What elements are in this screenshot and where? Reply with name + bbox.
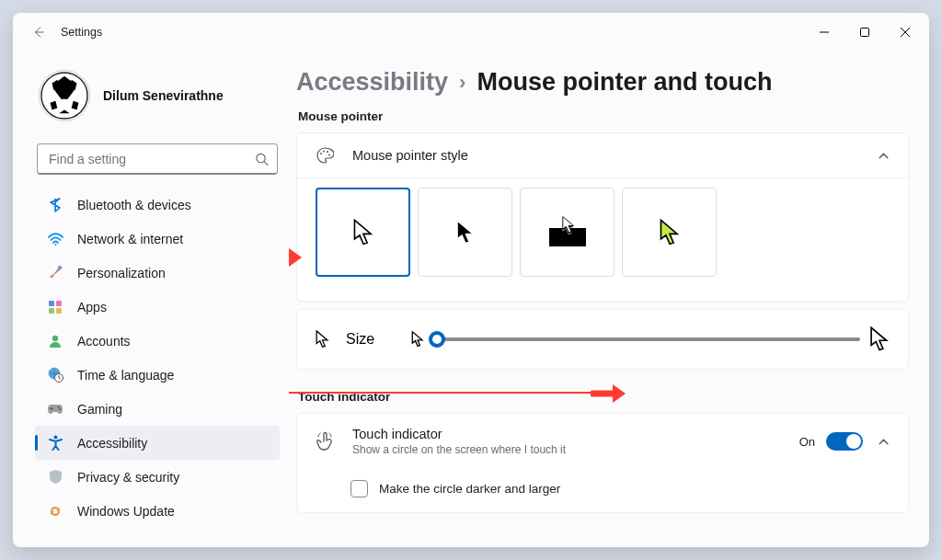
profile-name: Dilum Senevirathne [103, 88, 224, 103]
maximize-button[interactable] [844, 17, 885, 47]
sidebar-item-label: Bluetooth & devices [77, 198, 191, 212]
close-button[interactable] [885, 17, 925, 47]
avatar [39, 70, 90, 121]
cursor-min-icon [411, 331, 424, 348]
sidebar-item-privacy[interactable]: Privacy & security [35, 460, 280, 494]
pointer-style-white[interactable] [316, 188, 410, 277]
sidebar-item-update[interactable]: Windows Update [35, 494, 280, 528]
nav: Bluetooth & devices Network & internet P… [35, 188, 280, 547]
darker-larger-checkbox[interactable] [350, 480, 368, 497]
svg-point-8 [54, 244, 56, 246]
minimize-button[interactable] [804, 17, 844, 47]
update-icon [46, 502, 64, 520]
titlebar: Settings [13, 13, 929, 51]
bluetooth-icon [46, 196, 64, 214]
cursor-max-icon [869, 326, 890, 352]
sidebar-item-label: Privacy & security [77, 470, 179, 485]
svg-rect-0 [861, 29, 869, 37]
pointer-style-header[interactable]: Mouse pointer style [297, 133, 908, 177]
cursor-small-icon [316, 330, 329, 349]
touch-indicator-card: Touch indicator Show a circle on the scr… [296, 413, 909, 513]
touch-indicator-row[interactable]: Touch indicator Show a circle on the scr… [297, 414, 908, 469]
pointer-style-card: Mouse pointer style [296, 132, 909, 302]
sidebar-item-gaming[interactable]: Gaming [35, 392, 280, 426]
svg-rect-11 [56, 301, 62, 306]
gamepad-icon [46, 400, 64, 418]
breadcrumb: Accessibility › Mouse pointer and touch [296, 68, 909, 97]
sidebar-item-label: Gaming [77, 402, 122, 417]
chevron-right-icon: › [459, 71, 465, 95]
checkbox-label: Make the circle darker and larger [379, 482, 560, 496]
size-label: Size [346, 331, 374, 348]
svg-rect-10 [49, 301, 54, 306]
search-icon [255, 153, 269, 166]
sidebar: Dilum Senevirathne Bluetooth & devices N… [13, 51, 289, 547]
settings-window: Settings Dilum Senevirat [13, 13, 929, 547]
sidebar-item-time[interactable]: Time & language [35, 358, 280, 392]
touch-toggle[interactable] [826, 432, 863, 451]
back-button[interactable] [24, 17, 53, 47]
sidebar-item-accounts[interactable]: Accounts [35, 324, 280, 358]
section-touch-indicator: Touch indicator [298, 390, 909, 404]
section-mouse-pointer: Mouse pointer [298, 109, 909, 123]
breadcrumb-current: Mouse pointer and touch [477, 68, 772, 97]
accessibility-icon [46, 434, 64, 452]
sidebar-item-label: Accessibility [77, 436, 147, 451]
paintbrush-icon [46, 264, 64, 282]
search-input[interactable] [37, 143, 278, 175]
touch-checkbox-row[interactable]: Make the circle darker and larger [297, 469, 908, 512]
svg-point-17 [58, 406, 60, 408]
sidebar-item-accessibility[interactable]: Accessibility [35, 426, 280, 460]
shield-icon [46, 468, 64, 486]
touch-title: Touch indicator [352, 427, 566, 441]
svg-rect-12 [49, 308, 54, 314]
pointer-style-title: Mouse pointer style [352, 148, 468, 163]
size-slider-group [411, 326, 890, 352]
slider-thumb[interactable] [429, 331, 445, 348]
profile[interactable]: Dilum Senevirathne [35, 63, 280, 136]
content: Accessibility › Mouse pointer and touch … [289, 51, 929, 547]
person-icon [46, 332, 64, 350]
pointer-style-inverted[interactable] [520, 188, 615, 277]
sidebar-item-bluetooth[interactable]: Bluetooth & devices [35, 188, 280, 222]
svg-point-23 [328, 154, 330, 156]
sidebar-item-label: Accounts [77, 334, 131, 349]
svg-point-19 [53, 436, 57, 440]
pointer-size-row: Size [296, 309, 909, 370]
chevron-up-icon [878, 150, 890, 162]
svg-point-14 [52, 335, 58, 340]
window-controls [804, 17, 925, 47]
touch-subtitle: Show a circle on the screen where I touc… [352, 443, 566, 456]
sidebar-item-label: Network & internet [77, 232, 183, 246]
chevron-up-icon [878, 436, 890, 448]
svg-point-20 [320, 153, 322, 154]
pointer-style-custom[interactable] [622, 188, 717, 277]
svg-point-22 [327, 151, 328, 153]
sidebar-item-label: Apps [77, 300, 107, 314]
size-slider[interactable] [433, 337, 860, 341]
sidebar-item-label: Personalization [77, 266, 166, 280]
touch-icon [316, 431, 336, 451]
search-box[interactable] [37, 143, 278, 175]
svg-point-18 [59, 408, 61, 410]
globe-clock-icon [46, 366, 64, 384]
sidebar-item-apps[interactable]: Apps [35, 290, 280, 324]
toggle-state: On [799, 435, 815, 449]
pointer-style-black[interactable] [418, 188, 512, 277]
breadcrumb-parent[interactable]: Accessibility [296, 68, 448, 97]
palette-icon [316, 146, 336, 165]
sidebar-item-label: Time & language [77, 368, 174, 383]
pointer-style-options [297, 177, 908, 301]
svg-rect-13 [56, 308, 62, 314]
sidebar-item-label: Windows Update [77, 504, 175, 519]
svg-point-21 [323, 151, 325, 153]
sidebar-item-network[interactable]: Network & internet [35, 222, 280, 256]
apps-icon [46, 298, 64, 316]
sidebar-item-personalization[interactable]: Personalization [35, 256, 280, 290]
svg-point-7 [257, 154, 265, 162]
wifi-icon [46, 230, 64, 248]
window-title: Settings [61, 26, 102, 39]
